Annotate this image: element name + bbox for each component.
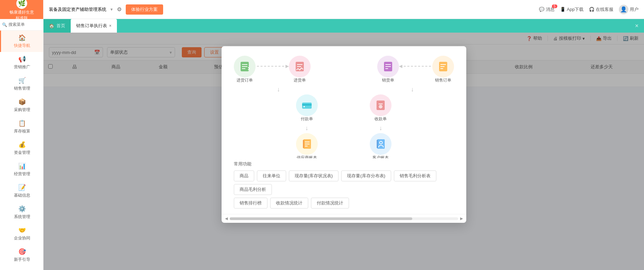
- modal-overlay: 进货订单 ▶ 进: [43, 33, 644, 270]
- settings-icon[interactable]: ⚙: [117, 6, 122, 13]
- receipt-bill-circle: [370, 94, 391, 116]
- sidebar-item-purchase[interactable]: 📦 采购管理: [0, 95, 43, 116]
- sidebar-item-label: 资金管理: [14, 150, 30, 156]
- func-btn-product[interactable]: 商品: [234, 170, 254, 181]
- search-icon: 🔍: [2, 22, 7, 27]
- purchase-order-label: 进货订单: [237, 77, 253, 83]
- sidebar-item-marketing[interactable]: 📢 营销推广: [0, 52, 43, 73]
- sidebar-item-system[interactable]: ⚙️ 系统管理: [0, 202, 43, 223]
- down-arrow-payment: ↓: [286, 125, 327, 132]
- sidebar-item-enterprise[interactable]: 🤝 企业协同: [0, 223, 43, 245]
- message-badge: 5: [552, 4, 557, 8]
- scrollbar-right-arrow[interactable]: ▶: [459, 216, 464, 221]
- app-download-action[interactable]: 📱 App下载: [560, 6, 584, 13]
- message-icon: 💬: [539, 7, 544, 12]
- sidebar-item-sales[interactable]: 🛒 销售管理: [0, 73, 43, 95]
- topbar: 装备及固定资产辅助管理系统 ▾ ⚙ 体验行业方案 💬 消息 5 📱 App下载 …: [43, 0, 644, 19]
- app-download-label: App下载: [567, 6, 584, 13]
- online-service-action[interactable]: 🎧 在线客服: [589, 6, 613, 13]
- tab-sales-order-label: 销售订单执行表: [76, 23, 107, 29]
- sidebar-item-guide[interactable]: 🎯 新手引导: [0, 245, 43, 266]
- sidebar-item-label: 经营管理: [14, 171, 30, 177]
- operations-icon: 📊: [18, 162, 26, 170]
- scrollbar-thumb: [230, 217, 413, 220]
- down-arrow-pb: ↓: [268, 86, 290, 93]
- system-icon: ⚙️: [18, 205, 26, 213]
- func-btn-sales-profit[interactable]: 销售毛利分析表: [394, 170, 436, 181]
- sidebar-search-label: 搜索菜单: [8, 22, 25, 28]
- sidebar-item-label: 库存核算: [14, 128, 30, 134]
- func-buttons-row1: 商品 往来单位 现存量(库存状况表) 现存量(库存分布表) 销售毛利分析表 商品…: [234, 170, 454, 195]
- sidebar-item-label: 采购管理: [14, 107, 30, 113]
- basic-icon: 📝: [18, 184, 26, 191]
- sidebar-item-label: 销售管理: [14, 86, 30, 91]
- svg-rect-29: [377, 140, 378, 148]
- sidebar-search[interactable]: 🔍 搜索菜单: [0, 19, 43, 31]
- receipt-bill-label: 收款单: [375, 116, 387, 122]
- func-btn-product-profit[interactable]: 商品毛利分析: [234, 184, 272, 195]
- sidebar-item-label: 快捷导航: [14, 43, 30, 49]
- sales-icon: 🛒: [18, 77, 26, 84]
- tab-home[interactable]: 🏠 首页: [43, 19, 71, 33]
- enterprise-icon: 🤝: [18, 227, 26, 234]
- sidebar-logo: 🌿 畅康通好生意 标准版: [0, 0, 43, 19]
- tab-sales-order[interactable]: 销售订单执行表 ×: [71, 19, 117, 33]
- flow-purchase-order[interactable]: 进货订单: [234, 56, 256, 83]
- experience-btn[interactable]: 体验行业方案: [126, 4, 163, 15]
- flow-row-2: 付款单 收款单: [234, 94, 454, 122]
- download-icon: 📱: [560, 7, 565, 12]
- scrollbar-track[interactable]: [230, 217, 458, 220]
- sidebar-item-basic[interactable]: 📝 基础信息: [0, 180, 43, 202]
- customer-ledger-circle: [370, 133, 391, 155]
- online-service-label: 在线客服: [596, 6, 613, 13]
- sidebar-item-label: 新手引导: [14, 257, 30, 263]
- flow-payment-bill[interactable]: 付款单: [286, 94, 327, 122]
- flow-modal: 进货订单 ▶ 进: [222, 46, 466, 223]
- message-action[interactable]: 💬 消息 5: [539, 6, 555, 13]
- sidebar-item-inventory[interactable]: 📋 库存核算: [0, 116, 43, 138]
- flow-sales-order[interactable]: 销售订单: [432, 56, 454, 83]
- content-area: ❓ 帮助 🖨 按模板打印 ▾ 📤 导出 🔄 刷新: [43, 33, 644, 270]
- func-btn-receipt-stats[interactable]: 收款情况统计: [270, 198, 308, 209]
- sidebar-item-label: 企业协同: [14, 235, 30, 241]
- flow-row-3: 供应商账本 客户账本: [234, 133, 454, 158]
- tab-home-label: 首页: [56, 23, 65, 29]
- topbar-actions: 💬 消息 5 📱 App下载 🎧 在线客服 👤 用户: [539, 5, 639, 14]
- purchase-order-circle: [234, 56, 256, 77]
- sidebar-item-label: 营销推广: [14, 64, 30, 70]
- func-btn-sales-rank[interactable]: 销售排行榜: [234, 198, 267, 209]
- purchase-icon: 📦: [18, 98, 26, 106]
- window-close-icon[interactable]: ×: [629, 22, 644, 30]
- down-arrows-row1: ↓ ↓: [234, 86, 454, 94]
- user-action[interactable]: 👤 用户: [619, 5, 639, 14]
- func-btn-payment-stats[interactable]: 付款情况统计: [311, 198, 349, 209]
- sidebar-item-finance[interactable]: 💰 资金管理: [0, 138, 43, 159]
- customer-ledger-label: 客户账本: [372, 155, 389, 158]
- func-btn-partner[interactable]: 往来单位: [257, 170, 286, 181]
- dropdown-icon[interactable]: ▾: [110, 7, 113, 12]
- flow-customer-ledger[interactable]: 客户账本: [360, 133, 401, 158]
- scrollbar-left-arrow[interactable]: ◀: [224, 216, 228, 221]
- sales-bill-label: 销货单: [382, 77, 394, 83]
- system-title: 装备及固定资产辅助管理系统: [49, 6, 106, 13]
- arrow-po-pb: ▶: [256, 64, 289, 75]
- flow-supplier-ledger[interactable]: 供应商账本: [286, 133, 327, 158]
- tabbar: 🏠 首页 销售订单执行表 × ×: [43, 19, 644, 33]
- payment-bill-circle: [296, 94, 318, 116]
- inventory-icon: 📋: [18, 120, 26, 127]
- user-label: 用户: [630, 6, 639, 13]
- flow-sales-bill[interactable]: 销货单: [377, 56, 399, 83]
- func-btn-stock-status[interactable]: 现存量(库存状况表): [289, 170, 339, 181]
- avatar: 👤: [619, 5, 628, 14]
- flow-receipt-bill[interactable]: 收款单: [360, 94, 401, 122]
- modal-body: 进货订单 ▶ 进: [222, 46, 466, 158]
- down-arrow-sb: ↓: [402, 86, 423, 93]
- tab-close-icon[interactable]: ×: [109, 23, 111, 28]
- sidebar-item-operations[interactable]: 📊 经营管理: [0, 159, 43, 180]
- finance-icon: 💰: [18, 141, 26, 148]
- down-arrows-row2: ↓ ↓: [234, 125, 454, 133]
- func-btn-stock-dist[interactable]: 现存量(库存分布表): [341, 170, 391, 181]
- flow-purchase-bill[interactable]: 进货单: [289, 56, 311, 83]
- sidebar-item-quick-nav[interactable]: 🏠 快捷导航: [0, 31, 43, 52]
- arrow-so-sb: ◀: [399, 64, 432, 75]
